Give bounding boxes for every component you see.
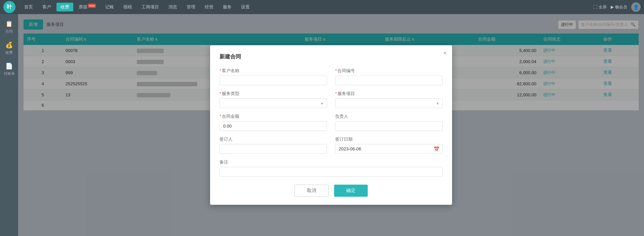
play-icon: ▶	[611, 5, 614, 9]
signer-label: 签订人	[219, 136, 327, 142]
nav-tax[interactable]: 报税	[119, 3, 136, 11]
new-badge: new	[88, 4, 96, 8]
calendar-icon[interactable]: 📅	[434, 146, 439, 152]
app-logo: 叶	[3, 1, 15, 13]
nav-customer[interactable]: 客户	[38, 3, 55, 11]
signer-input[interactable]	[219, 144, 327, 154]
nav-commerce[interactable]: 工商项目	[137, 3, 163, 11]
avatar-icon: 👤	[633, 4, 639, 10]
nav-manage[interactable]: 管理	[183, 3, 199, 11]
nav-home[interactable]: 首页	[20, 3, 37, 11]
modal-title: 新建合同	[219, 53, 443, 60]
nav-bookkeep[interactable]: 记账	[101, 3, 118, 11]
customer-name-label: *客户名称	[219, 68, 327, 74]
contract-icon: 📋	[5, 20, 13, 28]
nav-items: 首页 客户 收费 票据new 记账 报税 工商项目 消息 管理 经营 服务 设置	[20, 3, 593, 11]
modal-close-button[interactable]: ×	[443, 50, 447, 56]
service-type-select[interactable]	[219, 98, 327, 108]
service-item-select[interactable]	[335, 98, 443, 108]
fee-icon: 💰	[5, 41, 13, 49]
contract-no-input[interactable]	[335, 76, 443, 85]
service-item-label: *服务项目	[335, 91, 443, 97]
modal-overlay: 新建合同 × *客户名称 *合同编号	[18, 14, 644, 236]
member-button[interactable]: ▶ 畅会员	[611, 4, 627, 10]
service-type-select-wrapper	[219, 98, 327, 108]
nav-invoice[interactable]: 票据new	[75, 3, 100, 11]
amount-label: *合同金额	[219, 113, 327, 120]
sidebar: 📋 合同 💰 收费 📄 对账单	[0, 14, 18, 236]
sign-date-input[interactable]	[335, 144, 443, 154]
field-remark: 备注	[219, 159, 443, 177]
fullscreen-icon: ⛶	[593, 5, 597, 9]
field-service-item: *服务项目	[335, 91, 443, 108]
field-signer: 签订人	[219, 136, 327, 154]
amount-input[interactable]	[219, 121, 327, 131]
field-contract-no: *合同编号	[335, 68, 443, 85]
sidebar-item-fee[interactable]: 💰 收费	[1, 39, 17, 58]
content-area: 新增 服务项目 进行中 客户名称/合同编号/负责人 🔍 序号 合同编码⇅ 客户名…	[18, 14, 644, 236]
field-service-type: *服务类型	[219, 91, 327, 108]
cancel-button[interactable]: 取消	[294, 185, 329, 197]
person-label: 负责人	[335, 113, 443, 120]
modal-footer: 取消 确定	[219, 185, 443, 197]
field-sign-date: 签订日期 📅	[335, 136, 443, 154]
sign-date-wrapper: 📅	[335, 144, 443, 154]
confirm-button[interactable]: 确定	[334, 185, 368, 197]
topnav-right: ⛶ 全屏 ▶ 畅会员 👤	[593, 2, 641, 12]
sidebar-item-statement[interactable]: 📄 对账单	[1, 60, 17, 79]
remark-label: 备注	[219, 159, 443, 165]
statement-icon: 📄	[5, 62, 13, 70]
sidebar-item-contract[interactable]: 📋 合同	[1, 17, 17, 37]
top-navigation: 叶 首页 客户 收费 票据new 记账 报税 工商项目 消息 管理 经营 服务 …	[0, 0, 644, 14]
remark-input[interactable]	[219, 167, 443, 177]
nav-settings[interactable]: 设置	[237, 3, 254, 11]
nav-service[interactable]: 服务	[219, 3, 236, 11]
user-avatar[interactable]: 👤	[631, 2, 641, 12]
nav-message[interactable]: 消息	[164, 3, 181, 11]
fullscreen-button[interactable]: ⛶ 全屏	[593, 4, 607, 10]
new-contract-modal: 新建合同 × *客户名称 *合同编号	[210, 45, 452, 205]
modal-form: *客户名称 *合同编号 *服务类型	[219, 68, 443, 177]
service-type-label: *服务类型	[219, 91, 327, 97]
main-layout: 📋 合同 💰 收费 📄 对账单 新增 服务项目 进行中 客户名称/合同编号/负责…	[0, 14, 644, 236]
nav-fee[interactable]: 收费	[56, 3, 73, 11]
field-amount: *合同金额	[219, 113, 327, 131]
sign-date-label: 签订日期	[335, 136, 443, 142]
service-item-select-wrapper	[335, 98, 443, 108]
nav-operation[interactable]: 经营	[201, 3, 217, 11]
field-person: 负责人	[335, 113, 443, 131]
field-customer-name: *客户名称	[219, 68, 327, 85]
contract-no-label: *合同编号	[335, 68, 443, 74]
person-input[interactable]	[335, 121, 443, 131]
customer-name-input[interactable]	[219, 76, 327, 85]
